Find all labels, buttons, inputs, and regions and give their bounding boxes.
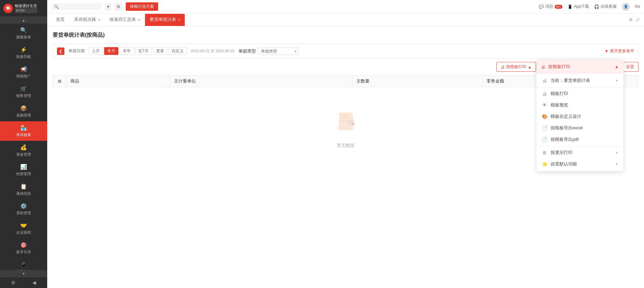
sidebar-scroll-up[interactable]: ▲ <box>0 17 47 24</box>
sidebar-bottom: ⚙ ◀ <box>0 277 47 288</box>
tab-inventory-batch[interactable]: 库存批次账 × <box>69 14 105 26</box>
basic-icon: 📋 <box>20 183 27 190</box>
dropdown-current-template[interactable]: 🖨 当前：要货单统计表 ▾ <box>536 75 623 86</box>
sidebar-item-label: 经营管理 <box>16 171 31 177</box>
enterprise-icon: 🤝 <box>20 222 27 229</box>
dropdown-item-display-print[interactable]: 🖥 按显示打印 ▾ <box>536 147 623 158</box>
print-icon: 🖨 <box>501 65 505 69</box>
sidebar-scroll-down[interactable]: ▼ <box>0 270 47 277</box>
template-custom-icon: 🎨 <box>542 114 547 119</box>
trial-btn[interactable]: 体验行业方案 <box>126 2 158 11</box>
empty-text: 暂无数据 <box>337 142 354 149</box>
tab-actions: ✕ ⤢ <box>628 17 640 23</box>
date-btn-custom[interactable]: 自定义 <box>169 47 187 55</box>
app-logo: 畅 畅捷通好生意 标准版 <box>0 0 47 17</box>
filter-row-1: ❮ 单据日期 上月 本月 本年 近7天 更多 自定义 2023-06-01 至 … <box>57 47 634 55</box>
marketing-icon: 📢 <box>20 66 27 72</box>
dropdown-item-export-excel[interactable]: 📄 按模板导出excel <box>536 122 623 134</box>
dropdown-item-template-print[interactable]: 🖨 模板打印 <box>536 88 623 99</box>
print-btn-label: 按模板打印 <box>506 64 526 70</box>
sidebar-item-label: 营销推广 <box>16 74 31 79</box>
order-type-select[interactable]: 单据类型 <box>258 47 298 55</box>
sidebar-item-enterprise[interactable]: 🤝 企业协同 <box>0 219 47 238</box>
operation-icon: 📊 <box>20 164 27 170</box>
tab-receivables[interactable]: 收发存汇总表 × <box>105 14 145 26</box>
sidebar-item-inventory[interactable]: 🏪 库存核算 <box>0 121 47 141</box>
template-preview-label: 模板预览 <box>551 102 618 108</box>
header-search-icon: 🔍 <box>54 4 59 9</box>
user-name: Rit <box>635 4 640 9</box>
dropdown-header: 🖨 按模板打印 ▲ <box>536 60 623 73</box>
col-settings: ⚙ <box>53 75 66 87</box>
tab-order-stats[interactable]: 要货单统计表 × <box>145 14 185 26</box>
sidebar-item-basic[interactable]: 📋 基础信息 <box>0 180 47 199</box>
filter-expand-btn[interactable]: ▼ 展开更多条件 <box>605 48 634 54</box>
message-btn[interactable]: 💬 消息 99+ <box>539 4 562 9</box>
sidebar-item-quick[interactable]: ⚡ 快捷导航 <box>0 43 47 63</box>
filter-toggle-btn[interactable]: ❮ <box>57 47 64 55</box>
sidebar-item-label: 资金管理 <box>16 152 31 157</box>
date-btn-7days[interactable]: 近7天 <box>135 47 152 55</box>
tab-close-order-stats[interactable]: × <box>178 18 180 22</box>
header-settings-btn[interactable]: ⚙ <box>115 3 122 10</box>
export-pdf-icon: 📄 <box>542 137 547 142</box>
sidebar-item-guide[interactable]: 🎯 新手引导 <box>0 238 47 258</box>
print-btn-wrapper: 🖨 按模板打印 ▲ <box>496 62 536 72</box>
empty-icon: 🔍 <box>332 107 359 139</box>
col-settings-icon[interactable]: ⚙ <box>58 79 62 84</box>
date-btn-last-month[interactable]: 上月 <box>89 47 103 55</box>
header-search-box: 🔍 <box>51 3 102 10</box>
date-btn-this-month[interactable]: 本月 <box>104 47 118 55</box>
dropdown-close-btn[interactable]: ▲ <box>615 64 619 69</box>
sidebar-item-appstore[interactable]: 📱 应用中心 <box>0 258 47 270</box>
set-default-icon: ⭐ <box>542 161 547 167</box>
user-avatar[interactable]: 👤 <box>622 3 630 11</box>
sidebar-item-marketing[interactable]: 📢 营销推广 <box>0 63 47 82</box>
sidebar-item-search[interactable]: 🔍 搜索菜单 <box>0 24 47 43</box>
dropdown-item-set-default[interactable]: ⭐ 设置默认功能 ▾ <box>536 158 623 170</box>
tab-close-all-btn[interactable]: ✕ <box>628 17 633 23</box>
message-icon: 💬 <box>539 4 544 9</box>
sidebar-item-label: 基础信息 <box>16 191 31 196</box>
tab-expand-btn[interactable]: ⤢ <box>636 17 640 23</box>
dropdown-item-template-preview[interactable]: 👁 模板预览 <box>536 99 623 111</box>
app-download-btn[interactable]: 📱 App下载 <box>567 4 589 9</box>
dropdown-item-export-pdf[interactable]: 📄 按模板导出pdf <box>536 134 623 145</box>
app-download-label: App下载 <box>574 4 589 9</box>
tab-label: 收发存汇总表 <box>110 17 136 23</box>
template-print-label: 模板打印 <box>551 91 618 97</box>
header-actions: 💬 消息 99+ 📱 App下载 🎧 在线客服 👤 Rit <box>539 3 640 11</box>
guide-icon: 🎯 <box>20 242 27 248</box>
sidebar-item-operation[interactable]: 📊 经营管理 <box>0 160 47 180</box>
finance-icon: 💰 <box>20 144 27 151</box>
print-template-btn[interactable]: 🖨 按模板打印 ▲ <box>496 62 536 72</box>
sidebar-item-purchase[interactable]: 📦 采购管理 <box>0 102 47 121</box>
tab-close-receivables[interactable]: × <box>138 18 140 22</box>
collapse-button[interactable]: ◀ <box>32 280 36 285</box>
main-content: 🔍 ▾ ⚙ 体验行业方案 💬 消息 99+ 📱 App下载 🎧 在线客服 👤 <box>47 0 644 288</box>
tab-home[interactable]: 首页 <box>51 14 69 26</box>
online-service-btn[interactable]: 🎧 在线客服 <box>594 4 617 9</box>
col-quantity: 主数量 <box>352 75 482 87</box>
sidebar-item-system[interactable]: ⚙️ 系统管理 <box>0 199 47 219</box>
sidebar-item-sales[interactable]: 🛒 销售管理 <box>0 82 47 102</box>
settings-table-btn[interactable]: 设置 <box>622 62 639 72</box>
dropdown-item-template-custom[interactable]: 🎨 模板自定义设计 <box>536 111 623 122</box>
export-pdf-label: 按模板导出pdf <box>551 136 618 142</box>
date-btn-more[interactable]: 更多 <box>153 47 167 55</box>
date-btn-this-year[interactable]: 本年 <box>120 47 134 55</box>
header-dropdown-btn[interactable]: ▾ <box>105 3 111 10</box>
search-icon: 🔍 <box>20 27 27 33</box>
dropdown-section: 🖨 当前：要货单统计表 ▾ 🖨 模板打印 👁 模板预览 🎨 模板自定义设计 <box>536 73 623 171</box>
template-custom-label: 模板自定义设计 <box>551 114 618 120</box>
sidebar-item-finance[interactable]: 💰 资金管理 <box>0 141 47 160</box>
current-template-arrow: ▾ <box>616 78 618 83</box>
tab-close-inventory-batch[interactable]: × <box>98 18 100 22</box>
export-excel-label: 按模板导出excel <box>551 125 618 131</box>
print-dropdown: 🖨 按模板打印 ▲ 🖨 当前：要货单统计表 ▾ 🖨 模板打印 <box>536 60 624 171</box>
system-icon: ⚙️ <box>20 203 27 209</box>
settings-label: 设置 <box>626 64 634 70</box>
tab-home-label: 首页 <box>56 17 65 23</box>
sidebar-item-label: 销售管理 <box>16 93 31 98</box>
settings-button[interactable]: ⚙ <box>11 280 16 285</box>
